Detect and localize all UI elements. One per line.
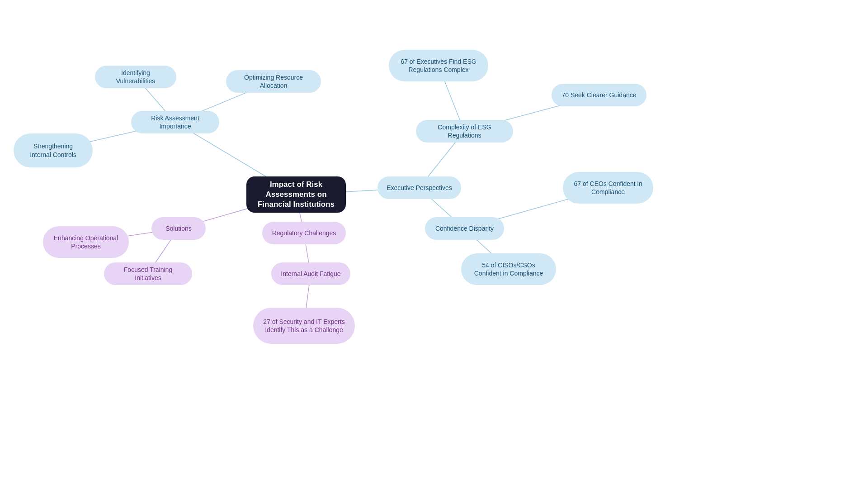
risk-assessment-importance-node: Risk Assessment Importance xyxy=(131,111,219,133)
internal-audit-fatigue-node: Internal Audit Fatigue xyxy=(271,262,350,285)
executive-perspectives-node: Executive Perspectives xyxy=(377,176,461,199)
security-it-experts-node: 27 of Security and IT Experts Identify T… xyxy=(253,308,355,344)
solutions-node: Solutions xyxy=(151,217,206,240)
regulatory-challenges-node: Regulatory Challenges xyxy=(262,222,346,244)
identifying-vulnerabilities-node: Identifying Vulnerabilities xyxy=(95,66,176,88)
cisos-confident-compliance-node: 54 of CISOs/CSOs Confident in Compliance xyxy=(461,253,556,285)
confidence-disparity-node: Confidence Disparity xyxy=(425,217,504,240)
focused-training-initiatives-node: Focused Training Initiatives xyxy=(104,262,192,285)
strengthening-internal-controls-node: Strengthening Internal Controls xyxy=(14,133,93,167)
ceos-confident-compliance-node: 67 of CEOs Confident in Compliance xyxy=(563,172,653,204)
executives-find-esg-complex-node: 67 of Executives Find ESG Regulations Co… xyxy=(389,50,488,81)
complexity-esg-regulations-node: Complexity of ESG Regulations xyxy=(416,120,513,143)
optimizing-resource-allocation-node: Optimizing Resource Allocation xyxy=(226,70,321,93)
enhancing-operational-processes-node: Enhancing Operational Processes xyxy=(43,226,129,258)
seek-clearer-guidance-node: 70 Seek Clearer Guidance xyxy=(552,84,646,106)
center-node: Impact of Risk Assessments on Financial … xyxy=(246,176,346,213)
